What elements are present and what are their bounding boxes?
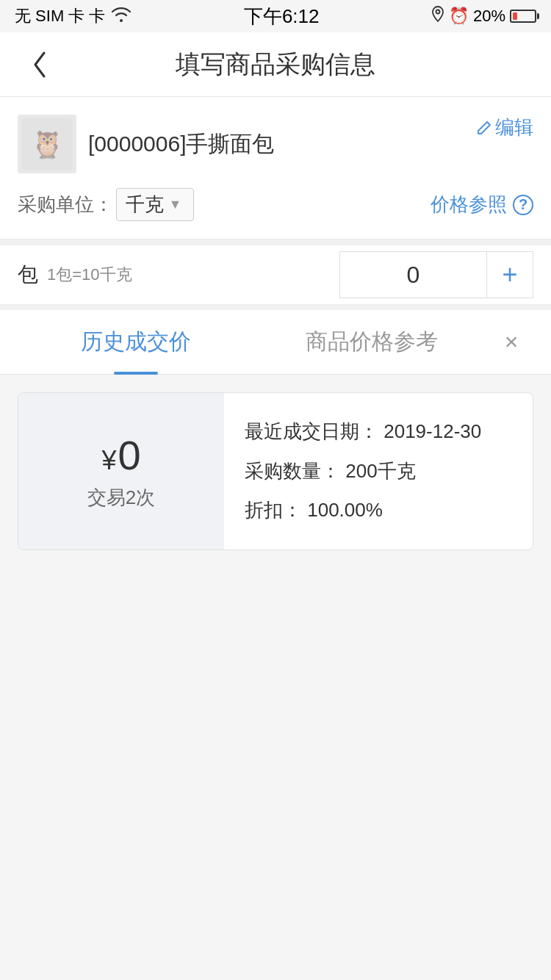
unit-hint: 1包=10千克	[47, 264, 132, 286]
help-icon: ?	[513, 195, 533, 215]
unit-selector: 采购单位： 千克 ▼	[18, 188, 194, 221]
product-image: 🦉	[18, 115, 76, 173]
sim-status: 无 SIM 卡 卡	[15, 5, 105, 27]
history-price-card: ¥ 0 交易2次 最近成交日期： 2019-12-30 采购数量： 200千克 …	[18, 392, 533, 550]
purchase-qty-value: 200千克	[345, 460, 415, 482]
price-reference-button[interactable]: 价格参照 ?	[431, 192, 533, 217]
product-header: 🦉 [0000006]手撕面包 编辑	[18, 115, 533, 173]
tab-history-price[interactable]: 历史成交价	[18, 310, 253, 375]
location-icon	[431, 6, 444, 26]
history-left: ¥ 0 交易2次	[18, 393, 224, 550]
status-left: 无 SIM 卡 卡	[15, 5, 132, 27]
tabs-section: 历史成交价 商品价格参考 ×	[0, 310, 551, 375]
discount-value: 100.00%	[307, 499, 383, 521]
status-right: ⏰ 20%	[431, 6, 536, 26]
purchase-qty-label: 采购数量：	[245, 460, 340, 482]
status-bar: 无 SIM 卡 卡 下午6:12 ⏰ 20%	[0, 0, 551, 32]
quantity-input[interactable]	[339, 251, 486, 298]
product-unit-row: 采购单位： 千克 ▼ 价格参照 ?	[18, 188, 533, 239]
battery-percentage: 20%	[473, 7, 505, 26]
purchase-qty-row: 采购数量： 200千克	[245, 456, 512, 487]
wifi-icon	[111, 6, 132, 26]
content-area: ¥ 0 交易2次 最近成交日期： 2019-12-30 采购数量： 200千克 …	[0, 375, 551, 815]
quantity-label: 包 1包=10千克	[18, 261, 132, 289]
section-divider	[0, 239, 551, 245]
battery-icon	[510, 10, 536, 23]
nav-bar: 填写商品采购信息	[0, 32, 551, 97]
unit-value: 千克	[126, 192, 164, 217]
tab-close-button[interactable]: ×	[489, 320, 533, 364]
quantity-plus-button[interactable]: +	[486, 251, 533, 298]
tab-product-price-ref[interactable]: 商品价格参考	[253, 310, 489, 375]
discount-label: 折扣：	[245, 499, 302, 521]
status-time: 下午6:12	[244, 4, 320, 29]
unit-label: 采购单位：	[18, 193, 113, 215]
dropdown-arrow-icon: ▼	[168, 197, 181, 212]
trade-count: 交易2次	[87, 485, 155, 511]
battery-fill	[513, 12, 517, 20]
page-title: 填写商品采购信息	[176, 48, 375, 82]
product-info: 🦉 [0000006]手撕面包	[18, 115, 274, 173]
back-button[interactable]	[18, 43, 62, 87]
svg-point-0	[436, 10, 439, 14]
quantity-controls: +	[339, 251, 533, 298]
quantity-section: 包 1包=10千克 +	[0, 245, 551, 310]
history-right: 最近成交日期： 2019-12-30 采购数量： 200千克 折扣： 100.0…	[224, 393, 533, 550]
package-label: 包	[18, 261, 38, 289]
recent-date-label: 最近成交日期：	[245, 420, 378, 442]
currency-symbol: ¥	[101, 445, 116, 476]
product-name: [0000006]手撕面包	[88, 129, 274, 159]
svg-text:🦉: 🦉	[31, 129, 64, 160]
alarm-icon: ⏰	[449, 7, 469, 26]
recent-date-row: 最近成交日期： 2019-12-30	[245, 417, 512, 447]
product-card: 🦉 [0000006]手撕面包 编辑 采购单位： 千克 ▼ 价格参照 ?	[0, 97, 551, 239]
history-price: ¥ 0	[101, 431, 140, 479]
unit-select-button[interactable]: 千克 ▼	[116, 188, 194, 221]
price-value: 0	[118, 431, 140, 479]
discount-row: 折扣： 100.00%	[245, 495, 512, 526]
recent-date-value: 2019-12-30	[383, 420, 481, 442]
edit-button[interactable]: 编辑	[476, 115, 533, 140]
